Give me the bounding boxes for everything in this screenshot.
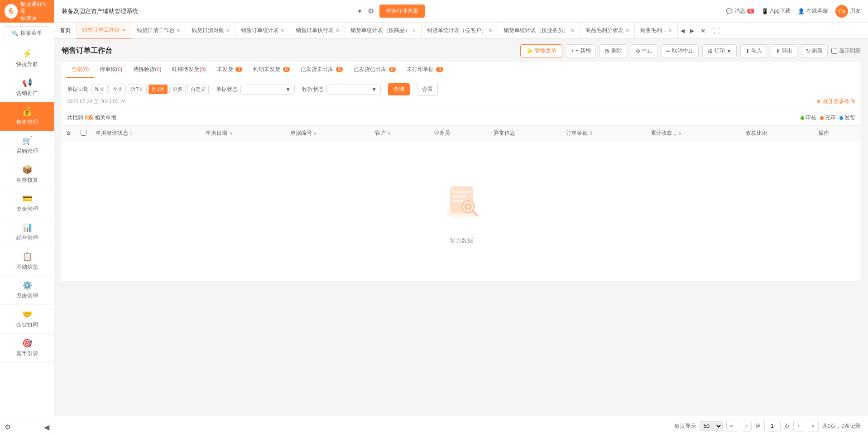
tab-sales-margin[interactable]: 销售毛利... ✕ (635, 23, 678, 39)
date-yesterday[interactable]: 昨天 (91, 85, 108, 94)
sidebar-item-finance[interactable]: 💳 资金管理 (0, 189, 54, 218)
sub-tab-all[interactable]: 全部(0) (66, 62, 94, 78)
tab-reconcile[interactable]: 钱货日清对账 ✕ (186, 23, 235, 39)
sub-tab-overdue-ship[interactable]: 到期未发货 0 (248, 62, 295, 78)
page-size-select[interactable]: 50 100 200 (700, 421, 723, 431)
trial-btn[interactable]: 体验行业方案 (379, 5, 425, 18)
tab-close-staff[interactable]: ✕ (571, 28, 574, 33)
tab-close-daily-clear[interactable]: ✕ (177, 28, 180, 33)
tab-close-goods[interactable]: ✕ (412, 28, 416, 33)
tab-scroll-right[interactable]: ▶ (687, 23, 697, 39)
export-btn[interactable]: ⬇ 导出 (771, 44, 797, 57)
system-switcher[interactable]: ▼ (357, 8, 362, 14)
sub-tab-not-printed[interactable]: 未打印单据 0 (401, 62, 449, 78)
review-action[interactable]: 审核 (801, 114, 816, 122)
page-prev-btn[interactable]: ‹ (741, 421, 752, 431)
delete-btn[interactable]: 🗑 删除 (599, 44, 627, 57)
date-more[interactable]: 更多 (169, 85, 186, 94)
payment-select[interactable]: ▼ (326, 85, 381, 95)
sidebar-item-guide[interactable]: 🎯 新手引导 (0, 334, 54, 363)
col-date: 单据日期 ⇅ (201, 126, 286, 141)
page-next-btn[interactable]: › (793, 421, 804, 431)
date-custom[interactable]: 自定义 (187, 85, 209, 94)
logo-icon: 6 (5, 4, 18, 19)
sort-date[interactable]: ⇅ (229, 131, 233, 136)
show-detail-checkbox[interactable]: 显示明细 (831, 47, 861, 55)
sub-tab-pending-inspect[interactable]: 待拣验货(0) (128, 62, 167, 78)
online-service-btn[interactable]: 👤 在线客服 (798, 7, 828, 15)
sidebar-item-quick-nav[interactable]: ⚡ 快捷导航 (0, 44, 54, 73)
sidebar-item-basic-info[interactable]: 📋 基础信息 (0, 247, 54, 276)
sort-customer[interactable]: ⇅ (387, 131, 391, 136)
tab-staff-stats[interactable]: 销货单统计表（按业务员） ✕ (498, 23, 580, 39)
sidebar-item-management[interactable]: 📊 经营管理 (0, 218, 54, 247)
sort-amount[interactable]: ⇅ (589, 131, 593, 136)
tab-sales-stats[interactable]: 销售订单统计表 ✕ (235, 23, 290, 39)
tab-sales-exec[interactable]: 销售订单执行表 ✕ (290, 23, 345, 39)
refresh-btn[interactable]: ↻ 刷新 (801, 44, 828, 57)
tab-close-all[interactable]: ✕ (697, 23, 710, 39)
app-download-btn[interactable]: 📱 App下载 (762, 7, 791, 15)
service-icon: 👤 (798, 8, 805, 14)
settings-bottom-btn[interactable]: ⚙ (5, 423, 11, 431)
tab-close-exec[interactable]: ✕ (336, 28, 339, 33)
sort-number[interactable]: ⇅ (313, 131, 317, 136)
tab-close-sales-order[interactable]: ✕ (122, 28, 125, 33)
search-menu-button[interactable]: 🔍 搜索菜单 (4, 26, 50, 40)
sidebar-item-collaboration[interactable]: 🤝 企业协同 (0, 305, 54, 334)
sub-tab-shipped-out[interactable]: 已发货已出库 0 (348, 62, 401, 78)
tab-profit[interactable]: 商品毛利分析表 ✕ (580, 23, 635, 39)
print-btn[interactable]: 🖨 打印 ▼ (702, 44, 737, 57)
sub-tab-not-shipped[interactable]: 未发货 0 (211, 62, 248, 78)
tab-close-reconcile[interactable]: ✕ (226, 28, 230, 33)
query-btn[interactable]: 查询 (388, 83, 410, 95)
page-number-input[interactable] (764, 421, 781, 431)
user-area[interactable]: Ea 用友 (835, 5, 861, 18)
setting-filter-btn[interactable]: 设置 (417, 83, 438, 96)
topbar-settings-icon[interactable]: ⚙ (368, 7, 374, 15)
page-last-btn[interactable]: » (808, 421, 819, 431)
sort-status[interactable]: ⇅ (129, 131, 133, 136)
collapse-btn[interactable]: ◀ (44, 423, 49, 431)
date-today[interactable]: 今天 (110, 85, 126, 94)
status-select[interactable]: ▼ (240, 85, 295, 95)
tab-close-stats[interactable]: ✕ (281, 28, 284, 33)
sort-collected[interactable]: ⇅ (678, 131, 682, 136)
message-btn[interactable]: 💬 消息 6 (726, 7, 754, 15)
tab-customer-stats[interactable]: 销货单统计表（按客户） ✕ (422, 23, 498, 39)
expand-filter-btn[interactable]: ▼ 展开更多条件 (816, 98, 855, 105)
sub-tab-shop-pending[interactable]: 旺铺待发货(0) (167, 62, 211, 78)
ship-action[interactable]: 发货 (839, 114, 855, 122)
sub-tab-shipped-not-out[interactable]: 已发货未出库 0 (295, 62, 348, 78)
date-7days[interactable]: 近7天 (128, 85, 147, 94)
new-btn[interactable]: + + 新增 (566, 44, 596, 57)
sidebar-item-system[interactable]: ⚙️ 系统管理 (0, 276, 54, 305)
show-detail-input[interactable] (831, 48, 837, 54)
empty-text: 暂无数据 (450, 237, 473, 245)
tab-fullscreen[interactable]: ⛶ (710, 23, 723, 39)
select-all-checkbox[interactable] (81, 130, 86, 136)
tab-goods-stats[interactable]: 销货单统计表（按商品） ✕ (345, 23, 422, 39)
sidebar-item-purchase[interactable]: 🛒 采购管理 (0, 131, 54, 160)
import-btn[interactable]: ⬆ 导入 (740, 44, 767, 57)
sidebar-item-sales[interactable]: 💰 销售管理 (0, 102, 54, 131)
tab-close-profit[interactable]: ✕ (625, 28, 629, 33)
tab-daily-clear[interactable]: 钱货日清工作台 ✕ (131, 23, 186, 39)
tab-sales-order[interactable]: 销售订单工作台 ✕ (77, 23, 131, 39)
settings-col-icon[interactable]: ⚙ (66, 130, 71, 137)
tab-close-margin[interactable]: ✕ (668, 28, 672, 33)
tab-close-customer[interactable]: ✕ (489, 28, 492, 33)
stop-btn[interactable]: ⊘ 中止 (631, 44, 657, 57)
tab-scroll-left[interactable]: ◀ (678, 23, 687, 39)
cancel-stop-btn[interactable]: ↩ 取消中止 (661, 44, 699, 57)
sidebar-item-marketing[interactable]: 📢 营销推广 (0, 73, 54, 102)
col-amount: 订单金额 ⇅ (561, 126, 646, 141)
date-1month[interactable]: 近1月 (149, 85, 168, 94)
marketing-icon: 📢 (22, 78, 32, 88)
page-first-btn[interactable]: « (726, 421, 737, 431)
sub-tab-pending-review[interactable]: 待审核(0) (94, 62, 128, 78)
sidebar-item-inventory[interactable]: 📦 库存核算 (0, 160, 54, 189)
undo-review-action[interactable]: 充审 (820, 114, 836, 122)
smart-generate-btn[interactable]: ⭐ 智能生单 (520, 44, 562, 57)
tab-home[interactable]: 首页 (54, 23, 77, 39)
